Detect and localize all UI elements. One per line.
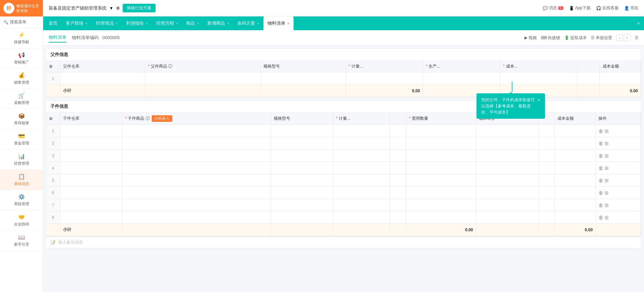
tab-product[interactable]: 商品 ×	[182, 16, 203, 30]
tab-history-close[interactable]: ×	[176, 22, 178, 25]
child-unit-1[interactable]	[333, 125, 389, 137]
delete-icon-1[interactable]: 🗑	[598, 128, 603, 134]
list-view-icon[interactable]: ☰	[635, 35, 639, 40]
child-spec-8[interactable]	[271, 211, 333, 224]
child-product-2[interactable]	[122, 137, 271, 150]
delete-icon-8[interactable]: 🗑	[598, 215, 603, 220]
tab-product-close[interactable]: ×	[197, 22, 199, 25]
delete-icon-5[interactable]: 🗑	[598, 178, 603, 183]
copy-icon-1[interactable]: ⊞	[605, 128, 609, 134]
copy-icon-7[interactable]: ⊞	[605, 202, 609, 208]
child-product-8[interactable]	[122, 211, 271, 224]
tab-profit[interactable]: 利润报告 ×	[122, 16, 152, 30]
tab-home[interactable]: 首页	[45, 16, 62, 30]
child-product-5[interactable]	[122, 174, 271, 187]
tab-bom[interactable]: 物料清单 ×	[263, 16, 294, 30]
child-unit-cost-4[interactable]	[476, 162, 538, 174]
tab-bar-close-btn[interactable]: ×	[634, 21, 643, 26]
child-warehouse-7[interactable]	[60, 199, 122, 211]
child-unit-cost-8[interactable]	[476, 211, 538, 224]
parent-spec-1[interactable]	[261, 72, 346, 85]
child-qty-8[interactable]	[406, 211, 476, 224]
child-warehouse-3[interactable]	[60, 150, 122, 162]
sidebar-item-purchase[interactable]: 🛒 采购管理	[0, 89, 43, 109]
sidebar-item-inventory[interactable]: 📦 库存核算	[0, 109, 43, 129]
tooltip-close-btn[interactable]: ×	[537, 97, 540, 104]
child-product-1[interactable]	[122, 125, 271, 137]
doc-settings-action[interactable]: ☰ 单据设置	[591, 35, 612, 41]
child-unit-cost-1[interactable]	[476, 125, 538, 137]
sub-nav-bom[interactable]: 物料清单	[49, 33, 66, 43]
child-unit-6[interactable]	[333, 187, 389, 199]
tab-bom-close[interactable]: ×	[287, 22, 289, 25]
sidebar-item-finance[interactable]: 💳 资金管理	[0, 129, 43, 150]
child-unit-cost-5[interactable]	[476, 174, 538, 187]
child-product-6[interactable]	[122, 187, 271, 199]
tab-ops-close[interactable]: ×	[116, 22, 118, 25]
sidebar-item-basic-info[interactable]: 📋 基础信息	[0, 170, 43, 190]
child-warehouse-8[interactable]	[60, 211, 122, 224]
message-btn[interactable]: 💬 消息 6	[543, 5, 564, 11]
child-warehouse-4[interactable]	[60, 162, 122, 174]
child-unit-cost-3[interactable]	[476, 150, 538, 162]
tab-history[interactable]: 经营历程 ×	[152, 16, 182, 30]
delete-icon-3[interactable]: 🗑	[598, 153, 603, 159]
child-spec-6[interactable]	[271, 187, 333, 199]
child-spec-3[interactable]	[271, 150, 333, 162]
tab-customer-close[interactable]: ×	[86, 22, 88, 25]
tab-customer[interactable]: 客户联络 ×	[62, 16, 92, 30]
child-qty-5[interactable]	[406, 174, 476, 187]
app-download-btn[interactable]: 📱 App下载	[569, 5, 591, 11]
child-unit-cost-6[interactable]	[476, 187, 538, 199]
nav-next-btn[interactable]: ›	[624, 34, 631, 41]
child-unit-8[interactable]	[333, 211, 389, 224]
copy-icon-3[interactable]: ⊞	[605, 153, 609, 159]
child-warehouse-1[interactable]	[60, 125, 122, 137]
child-unit-cost-7[interactable]	[476, 199, 538, 211]
sidebar-item-guide[interactable]: 📖 新手引导	[0, 231, 43, 251]
tab-operations-status[interactable]: 经营情况 ×	[92, 16, 122, 30]
child-qty-2[interactable]	[406, 137, 476, 150]
note-placeholder[interactable]: 输入备注信息	[58, 240, 83, 245]
child-spec-4[interactable]	[271, 162, 333, 174]
tab-barcode-close[interactable]: ×	[257, 22, 259, 25]
child-product-3[interactable]	[122, 150, 271, 162]
settings-icon[interactable]: ⚙	[116, 6, 120, 11]
trial-btn[interactable]: 体验行业方案	[123, 4, 156, 12]
copy-icon-5[interactable]: ⊞	[605, 178, 609, 183]
child-product-4[interactable]	[122, 162, 271, 174]
online-service-btn[interactable]: 🎧 在线客服	[596, 5, 619, 11]
copy-icon-8[interactable]: ⊞	[605, 215, 609, 220]
child-unit-4[interactable]	[333, 162, 389, 174]
copy-icon-4[interactable]: ⊞	[605, 165, 609, 171]
sidebar-item-enterprise[interactable]: 🤝 企业协同	[0, 210, 43, 231]
sidebar-item-operations[interactable]: 📊 经营管理	[0, 150, 43, 170]
child-product-7[interactable]	[122, 199, 271, 211]
child-unit-5[interactable]	[333, 174, 389, 187]
child-unit-cost-2[interactable]	[476, 137, 538, 150]
child-qty-4[interactable]	[406, 162, 476, 174]
user-btn[interactable]: 👤 用友	[624, 5, 639, 11]
child-unit-3[interactable]	[333, 150, 389, 162]
child-unit-2[interactable]	[333, 137, 389, 150]
scan-input-btn[interactable]: 扫码录入	[152, 115, 172, 122]
child-unit-7[interactable]	[333, 199, 389, 211]
sidebar-item-marketing[interactable]: 📢 营销推广	[0, 48, 43, 69]
parent-unit-1[interactable]	[346, 72, 423, 85]
shortcut-action[interactable]: ⌨ 快捷键	[541, 35, 560, 41]
child-qty-3[interactable]	[406, 150, 476, 162]
delete-icon-6[interactable]: 🗑	[598, 190, 603, 196]
tab-barcode[interactable]: 条码方案 ×	[233, 16, 263, 30]
delete-icon-2[interactable]: 🗑	[598, 141, 603, 146]
parent-production-1[interactable]	[423, 72, 500, 85]
child-spec-7[interactable]	[271, 199, 333, 211]
delete-icon-4[interactable]: 🗑	[598, 165, 603, 171]
parent-product-1[interactable]	[145, 72, 261, 85]
copy-icon-6[interactable]: ⊞	[605, 190, 609, 196]
tab-new-product-close[interactable]: ×	[227, 22, 229, 25]
parent-warehouse-1[interactable]	[60, 72, 145, 85]
child-qty-1[interactable]	[406, 125, 476, 137]
child-qty-7[interactable]	[406, 199, 476, 211]
child-warehouse-6[interactable]	[60, 187, 122, 199]
delete-icon-7[interactable]: 🗑	[598, 202, 603, 208]
